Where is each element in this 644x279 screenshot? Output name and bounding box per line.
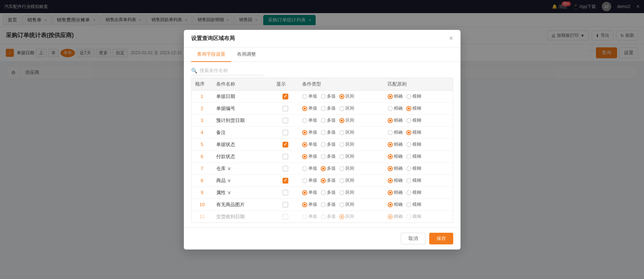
settings-dialog: 设置查询区域布局 × 查询字段设置 布局调整 🔍 顺序 条件名称 显示 <box>184 30 461 84</box>
search-box: 🔍 <box>191 66 264 75</box>
dialog-header: 设置查询区域布局 × <box>184 30 461 47</box>
search-icon: 🔍 <box>191 68 197 74</box>
dialog-title: 设置查询区域布局 <box>191 35 235 42</box>
tab-layout-adjust[interactable]: 布局调整 <box>231 47 262 62</box>
dialog-search-area: 🔍 <box>184 62 461 78</box>
table-header-row: 顺序 条件名称 显示 条件类型 匹配原则 <box>191 78 453 84</box>
th-type: 条件类型 <box>299 78 384 84</box>
tab-query-fields[interactable]: 查询字段设置 <box>191 47 231 62</box>
th-match: 匹配原则 <box>384 78 453 84</box>
th-name: 条件名称 <box>213 78 273 84</box>
dialog-close-btn[interactable]: × <box>449 35 453 42</box>
modal-overlay: 设置查询区域布局 × 查询字段设置 布局调整 🔍 顺序 条件名称 显示 <box>0 0 644 83</box>
settings-table: 顺序 条件名称 显示 条件类型 匹配原则 1单据日期单值多值区间精确模糊2单据编… <box>191 78 453 84</box>
dialog-tabs: 查询字段设置 布局调整 <box>184 47 461 62</box>
th-show: 显示 <box>273 78 299 84</box>
th-order: 顺序 <box>191 78 213 84</box>
search-input[interactable] <box>199 68 264 73</box>
